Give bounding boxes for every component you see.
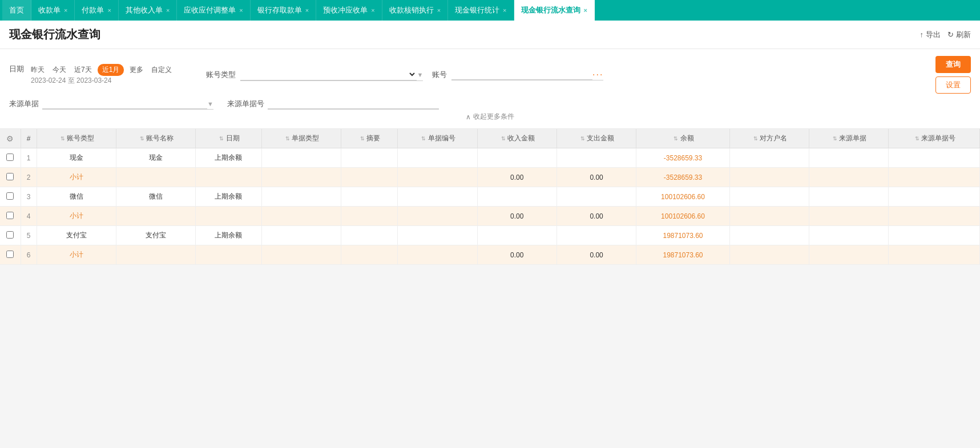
cell-counterpart — [729, 245, 809, 265]
source-doc-input[interactable] — [42, 98, 207, 109]
nav-tab-payments[interactable]: 付款单 × — [75, 0, 118, 21]
cell-account-name — [116, 245, 195, 265]
account-type-select[interactable]: 现金 微信 支付宝 — [240, 68, 417, 80]
cell-checkbox[interactable] — [0, 148, 21, 168]
cell-summary — [341, 226, 397, 245]
collapse-bar[interactable]: ∧ 收起更多条件 — [9, 110, 971, 124]
cell-income — [477, 187, 556, 207]
nav-tab-bank-deposit[interactable]: 银行存取款单 × — [251, 0, 316, 21]
cell-balance: 19871073.60 — [636, 245, 729, 265]
close-icon[interactable]: × — [107, 7, 111, 14]
cell-income: 0.00 — [477, 168, 556, 187]
cell-expense: 0.00 — [556, 207, 636, 226]
cell-source-doc-no — [889, 148, 980, 168]
row-checkbox[interactable] — [6, 154, 14, 161]
row-checkbox[interactable] — [6, 173, 14, 180]
chevron-down-icon: ▼ — [417, 71, 423, 78]
cell-doc-no — [398, 207, 477, 226]
settings-button[interactable]: 设置 — [935, 76, 971, 94]
cell-balance: -3528659.33 — [636, 168, 729, 187]
refresh-button[interactable]: ↻ 刷新 — [947, 30, 971, 40]
cell-summary — [341, 207, 397, 226]
cell-account-type: 支付宝 — [37, 226, 116, 245]
cell-expense: 0.00 — [556, 245, 636, 265]
settings-icon[interactable]: ⚙ — [6, 134, 14, 143]
source-doc-num-filter-group: 来源单据号 — [227, 98, 439, 110]
table-row: 3 微信 微信 上期余额 100102606.60 — [0, 187, 980, 207]
date-btn-more[interactable]: 更多 — [127, 64, 146, 76]
nav-tab-verify[interactable]: 收款核销执行 × — [382, 0, 448, 21]
cell-account-type: 小计 — [37, 207, 116, 226]
nav-tab-stats[interactable]: 现金银行统计 × — [448, 0, 514, 21]
more-dots-icon[interactable]: ··· — [592, 70, 603, 80]
cell-income — [477, 226, 556, 245]
close-icon[interactable]: × — [437, 7, 441, 14]
row-checkbox[interactable] — [6, 212, 14, 219]
cell-date: 上期余额 — [196, 187, 261, 207]
export-button[interactable]: ↑ 导出 — [920, 30, 941, 40]
cell-account-name: 支付宝 — [116, 226, 195, 245]
close-icon[interactable]: × — [371, 7, 374, 14]
row-checkbox[interactable] — [6, 192, 14, 200]
date-btn-yesterday[interactable]: 昨天 — [29, 64, 47, 76]
date-btn-today[interactable]: 今天 — [50, 64, 68, 76]
cell-source-doc-no — [889, 187, 980, 207]
close-icon[interactable]: × — [584, 7, 587, 14]
cell-checkbox[interactable] — [0, 168, 21, 187]
col-settings[interactable]: ⚙ — [0, 129, 21, 148]
nav-tab-adjustment[interactable]: 应收应付调整单 × — [177, 0, 250, 21]
query-button[interactable]: 查询 — [935, 56, 971, 73]
account-type-filter-group: 账号类型 现金 微信 支付宝 ▼ — [206, 68, 423, 81]
close-icon[interactable]: × — [503, 7, 506, 14]
cell-doc-no — [398, 245, 477, 265]
nav-tab-flow-query[interactable]: 现金银行流水查询 × — [514, 0, 595, 21]
row-checkbox[interactable] — [6, 251, 14, 258]
sort-icon: ⇅ — [285, 136, 290, 142]
cell-account-type: 现金 — [37, 148, 116, 168]
account-input[interactable] — [451, 69, 592, 80]
row-checkbox[interactable] — [6, 231, 14, 239]
page-title: 现金银行流水查询 — [9, 27, 100, 42]
sort-icon: ⇅ — [501, 136, 506, 142]
close-icon[interactable]: × — [239, 7, 243, 14]
col-doc-type: ⇅ 单据类型 — [261, 129, 341, 148]
chevron-down-icon: ▼ — [207, 100, 213, 107]
export-icon: ↑ — [920, 30, 924, 39]
date-range-display: 2023-02-24 至 2023-03-24 — [31, 76, 174, 86]
cell-checkbox[interactable] — [0, 245, 21, 265]
cell-source-doc — [809, 226, 889, 245]
cell-checkbox[interactable] — [0, 187, 21, 207]
cell-checkbox[interactable] — [0, 226, 21, 245]
cell-account-name: 现金 — [116, 148, 195, 168]
cell-balance: 100102606.60 — [636, 207, 729, 226]
col-income: ⇅ 收入金额 — [477, 129, 556, 148]
cell-source-doc-no — [889, 207, 980, 226]
nav-home[interactable]: 首页 — [2, 0, 31, 21]
cell-counterpart — [729, 148, 809, 168]
nav-tab-prepay[interactable]: 预收冲应收单 × — [316, 0, 382, 21]
col-expense: ⇅ 支出金额 — [556, 129, 636, 148]
cell-balance: 19871073.60 — [636, 226, 729, 245]
date-btn-7days[interactable]: 近7天 — [72, 64, 94, 76]
page-header: 现金银行流水查询 ↑ 导出 ↻ 刷新 — [0, 21, 980, 49]
nav-tab-receipts[interactable]: 收款单 × — [31, 0, 75, 21]
col-account-name: ⇅ 账号名称 — [116, 129, 195, 148]
table-row: 2 小计 0.00 0.00 -3528659.33 — [0, 168, 980, 187]
cell-checkbox[interactable] — [0, 207, 21, 226]
col-summary: ⇅ 摘要 — [341, 129, 397, 148]
close-icon[interactable]: × — [305, 7, 309, 14]
nav-tab-other-income[interactable]: 其他收入单 × — [119, 0, 177, 21]
date-btn-1month[interactable]: 近1月 — [98, 64, 124, 76]
close-icon[interactable]: × — [64, 7, 67, 14]
cell-date: 上期余额 — [196, 148, 261, 168]
date-btn-custom[interactable]: 自定义 — [149, 64, 174, 76]
cell-income: 0.00 — [477, 245, 556, 265]
cell-source-doc-no — [889, 226, 980, 245]
table-body: 1 现金 现金 上期余额 -3528659.33 2 小计 0.00 0.00 … — [0, 148, 980, 265]
source-doc-num-input[interactable] — [268, 98, 439, 109]
close-icon[interactable]: × — [166, 7, 170, 14]
cell-num: 6 — [21, 245, 37, 265]
cell-income — [477, 148, 556, 168]
sort-icon: ⇅ — [915, 136, 919, 142]
cell-doc-type — [261, 207, 341, 226]
